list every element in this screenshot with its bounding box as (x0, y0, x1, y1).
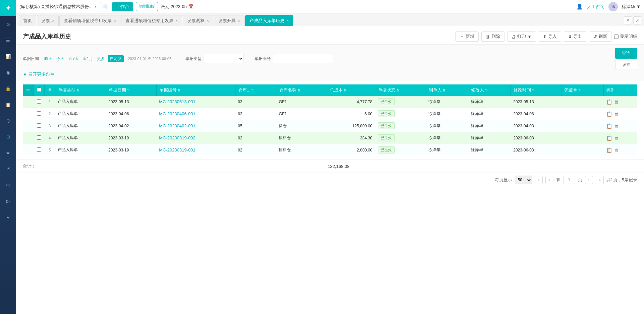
sidebar-item-v[interactable]: V (0, 209, 16, 225)
sidebar-item-hex[interactable]: ⬡ (0, 113, 16, 129)
row-checkbox-0[interactable] (37, 99, 41, 104)
row-edit-icon-3[interactable]: 📋 (606, 135, 612, 141)
bill-no-filter: 单据编号 (255, 54, 333, 63)
row-bill-no-1[interactable]: MC-20230406-001 (156, 108, 235, 120)
sidebar-item-refresh[interactable]: ↺ (0, 161, 16, 177)
sidebar-item-circle[interactable]: ◉ (0, 64, 16, 80)
new-button[interactable]: ＋ 新增 (455, 32, 479, 42)
th-modify-time[interactable]: 修改时间⇅ (511, 84, 561, 96)
tab-sales-invoice-close[interactable]: × (114, 18, 116, 23)
th-bill-no[interactable]: 单据编号⇅ (156, 84, 235, 96)
tab-product-history-close[interactable]: × (286, 18, 289, 23)
sidebar-item-lock[interactable]: 🔒 (0, 80, 16, 97)
tab-purchase-invoice-close[interactable]: × (175, 18, 178, 23)
row-edit-icon-1[interactable]: 📋 (606, 111, 612, 117)
row-delete-icon-3[interactable]: 🗑 (614, 135, 619, 141)
tab-invoice-close[interactable]: × (52, 18, 54, 23)
set-button[interactable]: 设置 (615, 60, 637, 69)
next-page-btn[interactable]: › (585, 176, 593, 184)
row-bill-no-3[interactable]: MC-20230319-002 (156, 132, 235, 144)
row-bill-no-2[interactable]: MC-20230402-001 (156, 120, 235, 132)
th-voucher-no[interactable]: 凭证号⇅ (561, 84, 604, 96)
row-checkbox-2[interactable] (37, 123, 41, 128)
per-page-select[interactable]: 50 100 (515, 176, 532, 184)
tab-invoice[interactable]: 发票 × (37, 15, 59, 26)
bill-no-input[interactable] (273, 54, 333, 63)
row-delete-icon-2[interactable]: 🗑 (614, 123, 619, 129)
print-button[interactable]: 🖨 打印 ▼ (507, 32, 536, 42)
yesterday-shortcut[interactable]: 昨天 (43, 55, 54, 62)
prev-page-btn[interactable]: ‹ (545, 176, 553, 184)
row-delete-icon-4[interactable]: 🗑 (614, 147, 619, 153)
sidebar-item-settings[interactable]: ⚙ (0, 177, 16, 193)
calendar-icon[interactable]: 📅 (188, 4, 194, 9)
select-all-checkbox[interactable] (37, 87, 41, 92)
today-shortcut[interactable]: 今天 (55, 55, 66, 62)
th-creator[interactable]: 制单人⇅ (426, 84, 468, 96)
bill-no-link-0[interactable]: MC-20230513-001 (159, 99, 195, 104)
tab-product-history[interactable]: 产成品入库单历史 × (245, 15, 293, 26)
row-checkbox-3[interactable] (37, 135, 41, 140)
th-modifier[interactable]: 修改人⇅ (468, 84, 511, 96)
month-shortcut[interactable]: 近1月 (82, 55, 95, 62)
import-button[interactable]: ⬆ 导入 (539, 32, 561, 42)
maximize-btn[interactable]: ⤢ (633, 16, 641, 24)
close-all-btn[interactable]: ✕ (624, 16, 632, 24)
tab-purchase-invoice[interactable]: 查看进项增值税专用发票 × (121, 15, 182, 26)
expand-filter-btn[interactable]: ▼ 展开更多条件 (23, 71, 637, 77)
row-edit-icon-4[interactable]: 📋 (606, 147, 612, 153)
first-page-btn[interactable]: « (535, 176, 543, 184)
th-bill-status[interactable]: 单据状态⇅ (375, 84, 426, 96)
bill-type-select[interactable] (204, 54, 244, 63)
query-button[interactable]: 查询 (615, 48, 637, 59)
row-delete-icon-1[interactable]: 🗑 (614, 111, 619, 117)
sidebar-item-chart[interactable]: 📊 (0, 48, 16, 64)
row-delete-icon-0[interactable]: 🗑 (614, 99, 619, 105)
bill-no-link-1[interactable]: MC-20230406-001 (159, 111, 195, 116)
row-bill-no-0[interactable]: MC-20230513-001 (156, 96, 235, 108)
th-warehouse-name[interactable]: 仓库名称⇅ (276, 84, 327, 96)
help-label[interactable]: 人工咨询 (587, 4, 604, 10)
sidebar-item-grid[interactable]: ⊞ (0, 129, 16, 145)
display-detail-checkbox[interactable] (614, 35, 619, 39)
tab-invoice-open[interactable]: 发票开具 × (214, 15, 245, 26)
tab-invoice-calc-close[interactable]: × (207, 18, 209, 23)
sidebar-item-play[interactable]: ▷ (0, 193, 16, 209)
sidebar-item-clipboard[interactable]: 📋 (0, 97, 16, 113)
sort-warehouse-name-icon: ⇅ (298, 88, 300, 92)
last-page-btn[interactable]: » (596, 176, 604, 184)
bill-no-link-4[interactable]: MC-20230319-001 (159, 147, 195, 152)
tab-invoice-calc[interactable]: 发票测算 × (183, 15, 213, 26)
sidebar-item-star[interactable]: ★ (0, 145, 16, 161)
company-selector[interactable]: (库存核算) 直播轻绑通信息技术股份... ▼ (19, 4, 97, 10)
th-warehouse-code[interactable]: 仓库...⇅ (235, 84, 276, 96)
doc-icon-btn[interactable]: 📄 (100, 2, 109, 11)
week-shortcut[interactable]: 近7天 (67, 55, 80, 62)
row-checkbox-1[interactable] (37, 111, 41, 116)
tab-sales-invoice[interactable]: 查看销项增值税专用发票 × (59, 15, 120, 26)
current-page-input[interactable] (563, 176, 575, 184)
bill-no-link-2[interactable]: MC-20230402-001 (159, 123, 195, 128)
sidebar-item-home[interactable]: ⊙ (0, 16, 16, 32)
workbench-button[interactable]: 工作台 (112, 2, 133, 11)
row-checkbox-4[interactable] (37, 147, 41, 152)
th-total-cost[interactable]: 总成本⇅ (327, 84, 375, 96)
user-name[interactable]: 徐泽华 ▼ (622, 4, 641, 10)
sidebar-item-menu[interactable]: ☰ (0, 32, 16, 48)
row-bill-no-4[interactable]: MC-20230319-001 (156, 144, 235, 156)
export-button[interactable]: ⬇ 导出 (564, 32, 586, 42)
more-shortcut[interactable]: 更多 (96, 55, 106, 62)
tab-invoice-open-close[interactable]: × (238, 18, 240, 23)
tab-home[interactable]: 首页 (19, 15, 36, 26)
th-settings[interactable]: ⚙ (23, 84, 34, 96)
refresh-button[interactable]: ↺ 刷新 (589, 32, 611, 42)
row-edit-icon-0[interactable]: 📋 (606, 99, 612, 105)
row-edit-icon-2[interactable]: 📋 (606, 123, 612, 129)
th-bill-date[interactable]: 单据日期⇅ (106, 84, 156, 96)
bill-no-link-3[interactable]: MC-20230319-002 (159, 135, 195, 140)
delete-button[interactable]: 🗑 删除 (481, 32, 504, 42)
th-bill-type[interactable]: 单据类型⇅ (55, 84, 106, 96)
app-logo[interactable]: ✦ (0, 0, 16, 16)
custom-shortcut[interactable]: 自定义 (108, 55, 124, 62)
switch-old-button[interactable]: 切到旧版 (136, 2, 158, 11)
